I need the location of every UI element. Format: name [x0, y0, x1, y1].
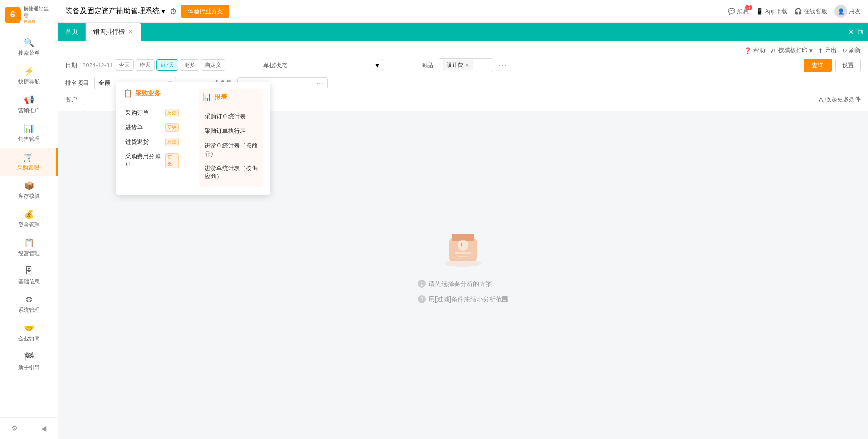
goods-tag-close[interactable]: ✕	[465, 62, 469, 69]
sidebar-item-quick-nav[interactable]: ⚡快捷导航	[0, 62, 58, 90]
date-today-btn[interactable]: 今天	[115, 59, 134, 71]
date-7days-btn[interactable]: 近7天	[156, 59, 179, 71]
sidebar-item-enterprise[interactable]: 🤝企业协同	[0, 319, 58, 347]
menu-item-receipt-by-goods[interactable]: 进货单统计表（按商品）	[203, 138, 260, 161]
purchase-icon: 🛒	[23, 152, 33, 162]
sidebar-item-label-inventory: 库存核算	[18, 192, 40, 200]
purchase-section: 📋 采购业务 采购订单 历史 进货单 历史 进货退货 历史 采购费用分摊单	[123, 89, 180, 187]
phone-icon: 📱	[756, 8, 763, 15]
sidebar-item-marketing[interactable]: 📢营销推广	[0, 90, 58, 119]
sidebar-item-inventory[interactable]: 📦库存核算	[0, 176, 58, 205]
sidebar-item-label-finance: 资金管理	[18, 221, 40, 229]
help-btn[interactable]: ❓ 帮助	[744, 46, 765, 54]
query-btn[interactable]: 查询	[804, 59, 832, 72]
menu-item-purchase-return[interactable]: 进货退货 历史	[123, 135, 180, 149]
basic-icon: 🗄	[25, 266, 33, 276]
maximize-window-icon[interactable]: ⧉	[858, 28, 863, 36]
date-more-btn[interactable]: 更多	[180, 59, 199, 71]
enterprise-icon: 🤝	[24, 323, 34, 333]
date-custom-btn[interactable]: 自定义	[201, 59, 225, 71]
report-icon: 📊	[203, 93, 212, 101]
menu-item-order-summary[interactable]: 采购订单统计表	[203, 109, 260, 124]
tip-1: 请先选择要分析的方案	[429, 277, 492, 290]
history-tag: 历史	[165, 109, 179, 117]
print-btn[interactable]: 🖨 按模板打印 ▾	[770, 46, 813, 54]
logo: 6 畅捷通好生意 标准版	[0, 0, 58, 30]
sidebar-settings-btn[interactable]: ⚙	[8, 422, 21, 434]
sidebar-item-search[interactable]: 🔍搜索菜单	[0, 33, 58, 62]
sidebar-item-label-basic: 基础信息	[18, 278, 40, 286]
sidebar-item-purchase[interactable]: 🛒采购管理	[0, 148, 58, 176]
date-range-text: 2024-12-31	[83, 62, 113, 69]
doc-status-label: 单据状态	[263, 61, 287, 69]
sidebar-item-guide[interactable]: 🏁新手引导	[0, 347, 58, 376]
rank-label: 排名项目	[65, 79, 89, 87]
print-icon: 🖨	[770, 47, 776, 54]
app-download-label: App下载	[765, 7, 787, 15]
industry-btn[interactable]: 体验行业方案	[181, 5, 229, 18]
tab-home-label: 首页	[65, 28, 78, 36]
collapse-btn[interactable]: ⋀ 收起更多条件	[819, 95, 861, 104]
svg-rect-2	[452, 234, 474, 241]
online-service-label: 在线客服	[804, 7, 827, 15]
date-yesterday-btn[interactable]: 昨天	[136, 59, 155, 71]
sidebar-item-basic[interactable]: 🗄基础信息	[0, 262, 58, 290]
marketing-icon: 📢	[24, 95, 34, 105]
menu-item-purchase-expense[interactable]: 采购费用分摊单 历史	[123, 149, 180, 172]
sidebar-item-system[interactable]: ⚙系统管理	[0, 290, 58, 319]
notifications-btn[interactable]: 💬 消息 5	[728, 7, 749, 15]
tab-home[interactable]: 首页	[58, 23, 86, 41]
username: 用友	[849, 7, 861, 15]
doc-status-selector[interactable]: ▾	[293, 59, 383, 71]
filter-row-1: 日期 2024-12-31 今天 昨天 近7天 更多 自定义 单据状态 ▾ 商品	[65, 58, 861, 72]
history-tag-2: 历史	[165, 123, 179, 132]
sidebar-item-label-business: 经营管理	[18, 250, 40, 257]
svg-rect-5	[455, 252, 471, 254]
sidebar-bottom: ⚙ ◀	[0, 417, 58, 439]
goods-selector[interactable]: 设计费 ✕	[439, 58, 493, 72]
date-options: 2024-12-31 今天 昨天 近7天 更多 自定义	[83, 59, 225, 71]
svg-point-3	[458, 240, 468, 251]
tab-sales-rank-label: 销售排行榜	[93, 28, 125, 36]
sidebar-item-label-sales: 销售管理	[18, 135, 40, 143]
inventory-icon: 📦	[24, 181, 34, 191]
customer-label: 客户	[65, 95, 77, 104]
empty-tips: 1 请先选择要分析的方案 2 用[过滤]条件来缩小分析范围	[418, 277, 508, 306]
sidebar-item-label-enterprise: 企业协同	[18, 335, 40, 343]
sidebar-item-label-marketing: 营销推广	[18, 107, 40, 114]
goods-more-btn[interactable]: ···	[498, 61, 507, 69]
topbar-actions: 💬 消息 5 📱 App下载 🎧 在线客服 👤 用友	[728, 5, 861, 18]
sidebar-menu: 🔍搜索菜单⚡快捷导航📢营销推广📊销售管理🛒采购管理📦库存核算💰资金管理📋经营管理…	[0, 30, 58, 417]
message-icon: 💬	[728, 8, 735, 15]
tab-window-controls: ✕ ⧉	[848, 28, 868, 36]
tab-close-icon[interactable]: ✕	[128, 29, 133, 35]
tab-sales-rank[interactable]: 销售排行榜 ✕	[86, 23, 141, 41]
doc-status-chevron: ▾	[375, 61, 379, 69]
print-dropdown-icon: ▾	[809, 47, 813, 54]
settings-icon[interactable]: ⚙	[170, 6, 177, 16]
settings-btn[interactable]: 设置	[835, 59, 861, 72]
menu-item-receipt-by-supplier[interactable]: 进货单统计表（按供应商）	[203, 161, 260, 184]
topbar: 装备及固定资产辅助管理系统 ▾ ⚙ 体验行业方案 💬 消息 5 📱 App下载 …	[58, 0, 868, 23]
report-section-title: 📊 报表	[203, 93, 260, 104]
refresh-btn[interactable]: ↻ 刷新	[842, 46, 861, 54]
close-window-icon[interactable]: ✕	[848, 28, 854, 36]
menu-item-order-execute[interactable]: 采购订单执行表	[203, 124, 260, 138]
user-menu[interactable]: 👤 用友	[834, 5, 861, 18]
menu-item-purchase-receipt[interactable]: 进货单 历史	[123, 120, 180, 135]
sidebar-item-sales[interactable]: 📊销售管理	[0, 119, 58, 148]
export-btn[interactable]: ⬆ 导出	[818, 46, 837, 54]
menu-item-purchase-order[interactable]: 采购订单 历史	[123, 106, 180, 120]
online-service-btn[interactable]: 🎧 在线客服	[795, 7, 827, 15]
history-tag-4: 历史	[165, 153, 178, 168]
purchase-icon: 📋	[123, 89, 132, 98]
goods-tag: 设计费 ✕	[443, 60, 473, 70]
tip-2: 用[过滤]条件来缩小分析范围	[429, 293, 508, 306]
system-title[interactable]: 装备及固定资产辅助管理系统 ▾	[65, 6, 165, 16]
app-download-btn[interactable]: 📱 App下载	[756, 7, 787, 15]
svg-rect-6	[458, 256, 468, 257]
sidebar-collapse-btn[interactable]: ◀	[37, 422, 50, 434]
sidebar-item-business[interactable]: 📋经营管理	[0, 233, 58, 262]
sidebar-item-finance[interactable]: 💰资金管理	[0, 205, 58, 233]
report-section: 📊 报表 采购订单统计表 采购订单执行表 进货单统计表（按商品） 进货单统计表（…	[199, 89, 263, 187]
